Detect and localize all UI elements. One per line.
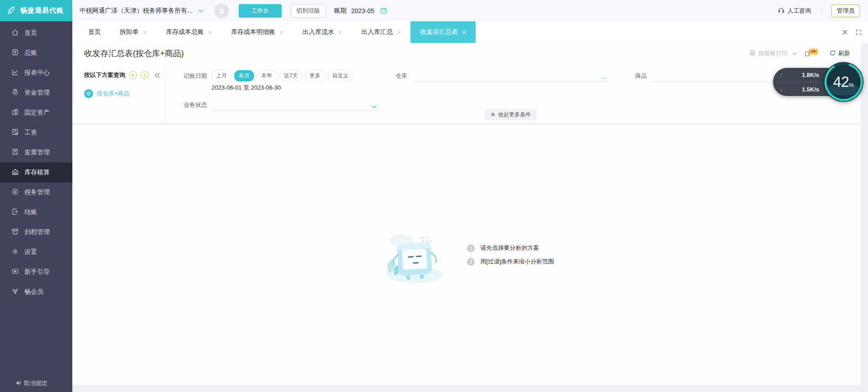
sidebar-item-funds[interactable]: 资金管理	[0, 83, 72, 103]
empty-state-steps: 1 请先选择要分析的方案 2 用[过滤]条件来缩小分析范围	[467, 244, 554, 266]
sidebar-item-tax[interactable]: 税务管理	[0, 182, 72, 202]
upload-speed-value: 1.8K/s	[802, 72, 819, 78]
close-tab-icon[interactable]	[338, 30, 342, 34]
cube-icon	[84, 89, 93, 98]
tab-stock-summary[interactable]: 出入库汇总	[352, 21, 410, 43]
empty-step-1: 1 请先选择要分析的方案	[467, 244, 554, 252]
status-select[interactable]	[212, 99, 378, 111]
query-plan-panel: 按以下方案查询 按仓库+商品	[72, 64, 165, 123]
switch-old-version-button[interactable]: 切到旧版	[291, 4, 326, 18]
inventory-icon	[11, 168, 19, 177]
tab-inventory-cost-ledger[interactable]: 库存成本总账	[156, 21, 222, 43]
date-chip-group: 上月 本月 本年 近7天 更多 自定义	[212, 70, 353, 81]
status-label: 业务状态	[184, 99, 212, 111]
support-button[interactable]: 人工咨询	[778, 6, 811, 15]
sidebar: 畅捷通易代账 首页 总账 报表中心 资金管理 固定资产 工资 发票管理	[0, 0, 72, 392]
company-chevron-down-icon[interactable]	[198, 9, 203, 13]
company-selector[interactable]: 中税网通广泽（天津）税务师事务所有...	[80, 7, 193, 15]
sidebar-item-member[interactable]: 畅会员	[0, 282, 72, 302]
tab-inventory-cost-detail[interactable]: 库存成本明细账	[222, 21, 293, 43]
product-label: 商品	[635, 70, 651, 92]
date-end[interactable]: 2023-06-30	[251, 84, 281, 91]
download-arrow-icon: ↓	[780, 86, 783, 93]
download-speed-value: 1.5K/s	[802, 86, 819, 93]
results-empty-state: 1 请先选择要分析的方案 2 用[过滤]条件来缩小分析范围	[72, 124, 861, 385]
period-label: 账期	[334, 7, 347, 15]
collapse-plan-panel-icon[interactable]	[154, 72, 160, 78]
print-by-template-button[interactable]: 按模板打印	[749, 49, 788, 57]
status-chevron-down-icon[interactable]	[371, 105, 377, 109]
add-plan-button[interactable]	[129, 71, 137, 79]
warehouse-input[interactable]: ...	[412, 70, 608, 82]
sidebar-item-fixed-assets[interactable]: 固定资产	[0, 103, 72, 123]
invoice-icon	[11, 148, 19, 157]
warehouse-more-button[interactable]: ...	[601, 73, 607, 80]
admin-button[interactable]: 管理员	[831, 5, 860, 17]
date-range[interactable]: 2023-06-01 至 2023-06-30	[212, 84, 389, 92]
chip-last-month[interactable]: 上月	[212, 70, 231, 81]
tab-disassembly[interactable]: 拆卸单	[110, 21, 156, 43]
chip-more[interactable]: 更多	[305, 70, 325, 81]
close-all-tabs-icon[interactable]	[842, 29, 848, 35]
tab-tools	[842, 21, 868, 43]
sidebar-item-archive[interactable]: 归档管理	[0, 222, 72, 242]
print-chevron-down-icon[interactable]	[792, 52, 797, 55]
page-title: 收发存汇总表(按仓库+商品)	[84, 48, 184, 59]
collapse-more-filters-button[interactable]: 收起更多条件	[485, 109, 537, 120]
sidebar-item-guide[interactable]: 新手引导	[0, 262, 72, 282]
tab-inout-summary-report[interactable]: 收发存汇总表	[410, 21, 476, 43]
sidebar-item-inventory[interactable]: 库存核算	[0, 163, 72, 182]
tab-home[interactable]: 首页	[79, 21, 110, 43]
refresh-button[interactable]: 刷新	[830, 49, 850, 57]
clipboard-icon-button[interactable]	[214, 4, 229, 18]
fullscreen-icon[interactable]	[856, 29, 862, 35]
close-tab-icon[interactable]	[143, 30, 147, 34]
date-start[interactable]: 2023-06-01	[212, 84, 242, 91]
sidebar-item-reports[interactable]: 报表中心	[0, 63, 72, 83]
filter-section: 按以下方案查询 按仓库+商品 记账日期	[72, 64, 861, 124]
usage-percent: 42 %	[824, 62, 863, 102]
unpin-icon	[15, 380, 22, 387]
step-2-badge: 2	[467, 258, 475, 266]
tab-stock-flow[interactable]: 出入库流水	[293, 21, 352, 43]
close-tab-icon[interactable]	[279, 30, 283, 34]
member-v-icon	[11, 287, 19, 296]
sidebar-item-ledger[interactable]: 总账	[0, 43, 72, 63]
refresh-icon	[830, 50, 836, 57]
payroll-icon	[11, 128, 19, 137]
sidebar-item-settings[interactable]: 设置	[0, 242, 72, 262]
sidebar-item-home[interactable]: 首页	[0, 23, 72, 43]
plan-item-warehouse-product[interactable]: 按仓库+商品	[84, 89, 165, 98]
chip-this-month[interactable]: 本月	[234, 70, 254, 81]
vip-crown-icon: VIP	[807, 46, 819, 57]
report-icon	[11, 68, 19, 77]
page-title-row: 收发存汇总表(按仓库+商品) 按模板打印 VIP	[72, 43, 861, 64]
content-area: 收发存汇总表(按仓库+商品) 按模板打印 VIP	[72, 43, 868, 392]
funds-icon	[11, 88, 19, 97]
period-value[interactable]: 2023-05	[351, 7, 374, 14]
sidebar-item-payroll[interactable]: 工资	[0, 123, 72, 143]
sidebar-item-invoice[interactable]: 发票管理	[0, 143, 72, 163]
chip-custom[interactable]: 自定义	[328, 70, 353, 81]
title-toolbar: 按模板打印 VIP 刷新	[749, 48, 850, 59]
workbench-button[interactable]: 工作台	[239, 4, 282, 18]
close-tab-icon[interactable]	[462, 30, 466, 34]
closing-icon	[11, 208, 19, 217]
plan-settings-gear-icon[interactable]	[141, 71, 149, 79]
usage-ring[interactable]: 42 %	[824, 62, 863, 102]
calendar-icon[interactable]	[380, 7, 387, 14]
sidebar-menu: 首页 总账 报表中心 资金管理 固定资产 工资 发票管理 库存核算	[0, 21, 72, 302]
close-tab-icon[interactable]	[208, 30, 212, 34]
chip-this-year[interactable]: 本年	[257, 70, 277, 81]
headset-icon	[778, 6, 785, 15]
sidebar-item-closing[interactable]: 结账	[0, 202, 72, 222]
network-monitor-widget[interactable]: ↑ 1.8K/s ↓ 1.5K/s 42 %	[756, 62, 863, 103]
double-chevron-up-icon	[491, 112, 495, 118]
export-button[interactable]: VIP	[804, 48, 818, 59]
chip-last-7-days[interactable]: 近7天	[279, 70, 302, 81]
close-tab-icon[interactable]	[397, 30, 401, 34]
unpin-sidebar-button[interactable]: 取消固定	[0, 379, 72, 387]
robot-illustration	[379, 222, 449, 287]
report-panel: 收发存汇总表(按仓库+商品) 按模板打印 VIP	[72, 43, 861, 385]
plan-panel-title: 按以下方案查询	[84, 71, 125, 79]
